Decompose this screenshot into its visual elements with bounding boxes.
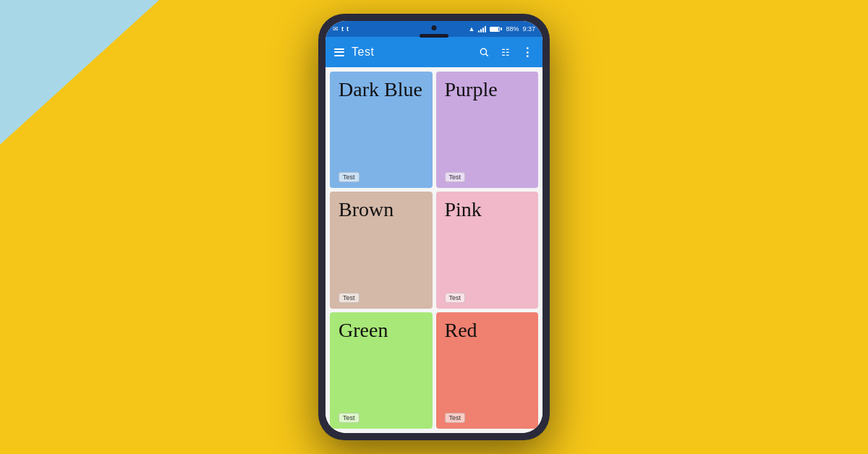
card-red-badge: Test — [445, 413, 466, 423]
svg-point-0 — [480, 48, 486, 54]
card-purple-title: Purple — [445, 79, 530, 101]
message-icon: ✉ — [333, 25, 339, 33]
card-green-title: Green — [339, 320, 424, 342]
twitter-icon-1: t — [341, 25, 344, 33]
card-brown[interactable]: Brown Test — [330, 192, 433, 308]
twitter-icon-2: t — [346, 25, 349, 33]
card-pink-title: Pink — [445, 199, 530, 221]
card-red-title: Red — [445, 320, 530, 342]
app-toolbar: Test ☷ ⋮ — [326, 37, 542, 67]
card-purple-badge: Test — [445, 172, 466, 182]
svg-line-1 — [486, 54, 488, 56]
phone-device: ✉ t t ▲ — [318, 14, 550, 440]
card-green[interactable]: Green Test — [330, 312, 433, 429]
card-dark-blue-badge: Test — [339, 172, 359, 182]
clock: 9:37 — [522, 25, 535, 33]
speaker-grill — [420, 34, 448, 38]
battery-percent: 88% — [506, 25, 519, 33]
app-title: Test — [352, 46, 470, 59]
list-view-button[interactable]: ☷ — [499, 46, 512, 59]
card-dark-blue-title: Dark Blue — [339, 79, 424, 101]
card-brown-badge: Test — [339, 293, 359, 303]
card-pink[interactable]: Pink Test — [436, 192, 539, 308]
card-pink-badge: Test — [445, 293, 466, 303]
wifi-icon: ▲ — [469, 25, 475, 33]
more-options-button[interactable]: ⋮ — [521, 46, 534, 59]
card-grid: Dark Blue Test Purple Test Brown Test Pi… — [326, 67, 542, 433]
status-right-icons: ▲ 88% 9:37 — [469, 25, 535, 33]
toolbar-action-icons: ☷ ⋮ — [477, 46, 534, 59]
battery-icon — [490, 27, 502, 32]
phone-screen: ✉ t t ▲ — [326, 21, 542, 433]
hamburger-menu-button[interactable] — [334, 48, 344, 56]
card-brown-title: Brown — [339, 199, 424, 221]
search-button[interactable] — [477, 46, 490, 59]
status-left-icons: ✉ t t — [333, 25, 349, 33]
front-camera — [432, 25, 437, 30]
card-red[interactable]: Red Test — [436, 312, 539, 429]
card-purple[interactable]: Purple Test — [436, 72, 539, 188]
card-green-badge: Test — [339, 413, 359, 423]
card-dark-blue[interactable]: Dark Blue Test — [330, 72, 433, 188]
background-corner — [0, 0, 159, 145]
signal-icon — [478, 26, 486, 33]
